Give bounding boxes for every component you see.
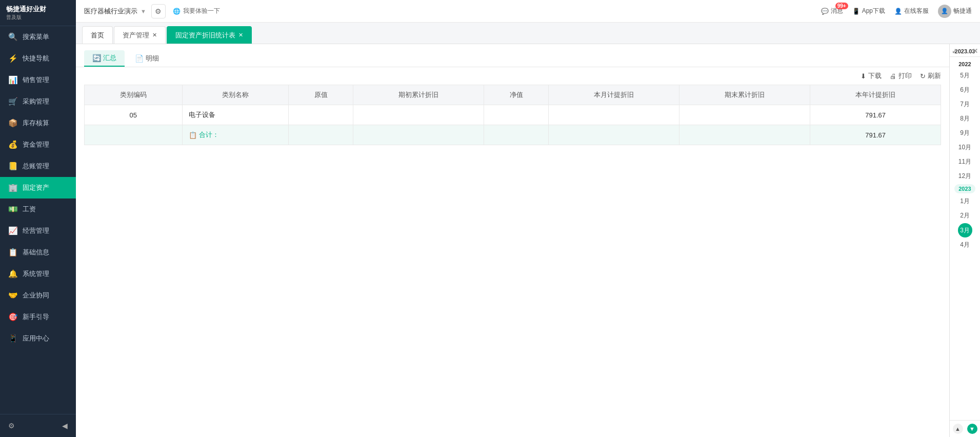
tabs-bar: 首页 资产管理 ✕ 固定资产折旧统计表 ✕ (76, 23, 980, 44)
sidebar-item-label: 资金管理 (23, 140, 49, 149)
row-annual-depreciation: 791.67 (810, 105, 941, 125)
app-download-button[interactable]: 📱 App下载 (852, 7, 885, 15)
sidebar-scroll: 🔍 搜索菜单 ⚡ 快捷导航 📊 销售管理 🛒 采购管理 📦 库存核算 💰 资金管… (0, 26, 76, 414)
sidebar-item-label: 工资 (23, 205, 36, 214)
month-2022-09[interactable]: 9月 (952, 126, 978, 140)
operations-icon: 📈 (8, 226, 17, 235)
tab-home[interactable]: 首页 (82, 26, 113, 44)
notifications-button[interactable]: 💬 消息 99+ (821, 7, 843, 15)
month-2022-12[interactable]: 12月 (952, 169, 978, 183)
tab-asset-mgmt-close[interactable]: ✕ (152, 32, 157, 38)
online-service-button[interactable]: 👤 在线客服 (894, 7, 929, 15)
col-original-value: 原值 (289, 85, 353, 105)
print-button[interactable]: 🖨 打印 (890, 71, 912, 81)
download-button[interactable]: ⬇ 下载 (861, 71, 882, 81)
sidebar-collapse-button[interactable]: ◀ (60, 420, 70, 432)
app-version: 普及版 (6, 14, 46, 21)
date-nav-up[interactable]: ▲ (953, 424, 963, 434)
sidebar-item-purchase[interactable]: 🛒 采购管理 (0, 91, 76, 112)
col-period-end-depreciation: 期末累计折旧 (679, 85, 810, 105)
tab-asset-mgmt[interactable]: 资产管理 ✕ (114, 26, 166, 44)
col-code: 类别编码 (85, 85, 183, 105)
month-2022-10[interactable]: 10月 (952, 141, 978, 154)
sidebar-item-quick-nav[interactable]: ⚡ 快捷导航 (0, 48, 76, 69)
tab-fixed-asset-report-label: 固定资产折旧统计表 (175, 31, 235, 40)
row-initial-depreciation (353, 105, 484, 125)
col-monthly-depreciation: 本月计提折旧 (549, 85, 679, 105)
sidebar-item-basic-info[interactable]: 📋 基础信息 (0, 242, 76, 263)
row-net-value (484, 105, 549, 125)
month-2023-03[interactable]: 3月 (958, 223, 972, 237)
app-center-icon: 📱 (8, 334, 17, 343)
sidebar-settings-button[interactable]: ⚙ (6, 420, 17, 432)
experience-button[interactable]: 🌐 我要体验一下 (173, 7, 220, 15)
sidebar-item-finance[interactable]: 💰 资金管理 (0, 134, 76, 155)
subtab-detail[interactable]: 📄 明细 (127, 51, 167, 66)
system-icon: 🔔 (8, 269, 17, 279)
subtabs: 🔄 汇总 📄 明细 (76, 44, 949, 67)
month-2023-02[interactable]: 2月 (952, 209, 978, 223)
month-2022-07[interactable]: 7月 (952, 97, 978, 111)
search-icon: 🔍 (8, 32, 17, 42)
payroll-icon: 💵 (8, 205, 17, 214)
close-panel-icon[interactable]: ✕ (972, 47, 978, 55)
sidebar-item-label: 固定资产 (23, 183, 49, 192)
refresh-button[interactable]: ↻ 刷新 (920, 71, 941, 81)
tab-fixed-asset-report[interactable]: 固定资产折旧统计表 ✕ (167, 26, 252, 44)
sidebar-item-ledger[interactable]: 📒 总账管理 (0, 155, 76, 177)
sidebar-item-label: 快捷导航 (23, 54, 49, 63)
table-row: 05 电子设备 791.67 (85, 105, 941, 125)
basic-info-icon: 📋 (8, 248, 17, 257)
subtab-summary[interactable]: 🔄 汇总 (84, 50, 125, 67)
download-icon: 📱 (852, 8, 860, 15)
refresh-label: 刷新 (928, 71, 941, 81)
print-label: 打印 (898, 71, 912, 81)
subtab-summary-label: 汇总 (103, 53, 116, 63)
expand-icon: 📋 (189, 131, 197, 139)
total-initial-depreciation (353, 125, 484, 145)
content-area: 🔄 汇总 📄 明细 ⬇ 下载 🖨 打印 ↻ (76, 44, 980, 437)
depreciation-table: 类别编码 类别名称 原值 期初累计折旧 净值 本月计提折旧 期末累计折旧 本年计… (84, 85, 941, 145)
sidebar-item-label: 新手引导 (23, 312, 49, 322)
quick-nav-icon: ⚡ (8, 54, 17, 63)
notifications-badge: 99+ (835, 3, 848, 9)
topbar: 医疗器械行业演示 ▼ ⚙ 🌐 我要体验一下 💬 消息 99+ 📱 App下载 👤… (76, 0, 980, 23)
expand-panel-icon[interactable]: ⤢ (952, 47, 957, 55)
sidebar-item-inventory[interactable]: 📦 库存核算 (0, 112, 76, 134)
sidebar-item-sales[interactable]: 📊 销售管理 (0, 69, 76, 91)
month-2023-04[interactable]: 4月 (952, 238, 978, 252)
enterprise-icon: 🤝 (8, 291, 17, 300)
total-annual-depreciation: 791.67 (810, 125, 941, 145)
sidebar-item-system[interactable]: 🔔 系统管理 (0, 263, 76, 285)
sidebar-item-guide[interactable]: 🎯 新手引导 (0, 306, 76, 328)
content-main: 🔄 汇总 📄 明细 ⬇ 下载 🖨 打印 ↻ (76, 44, 949, 437)
sidebar-item-operations[interactable]: 📈 经营管理 (0, 220, 76, 242)
sidebar-item-enterprise[interactable]: 🤝 企业协同 (0, 285, 76, 306)
user-menu[interactable]: 👤 畅捷通 (938, 5, 972, 18)
row-original-value (289, 105, 353, 125)
sidebar-item-label: 经营管理 (23, 226, 49, 235)
date-nav-down[interactable]: ▼ (967, 424, 977, 434)
ledger-icon: 📒 (8, 162, 17, 171)
username: 畅捷通 (953, 7, 972, 15)
app-name: 畅捷通好业财 (6, 5, 46, 14)
tab-fixed-asset-report-close[interactable]: ✕ (238, 32, 243, 38)
sidebar-item-label: 系统管理 (23, 269, 49, 279)
sidebar-item-app-center[interactable]: 📱 应用中心 (0, 328, 76, 349)
col-initial-depreciation: 期初累计折旧 (353, 85, 484, 105)
sidebar-item-fixed-assets[interactable]: 🏢 固定资产 (0, 177, 76, 198)
settings-button[interactable]: ⚙ (151, 4, 166, 18)
col-annual-depreciation: 本年计提折旧 (810, 85, 941, 105)
month-2023-01[interactable]: 1月 (952, 194, 978, 208)
company-selector[interactable]: 医疗器械行业演示 ▼ (84, 7, 146, 16)
sidebar-item-label: 应用中心 (23, 334, 49, 343)
month-2022-05[interactable]: 5月 (952, 69, 978, 83)
month-2022-08[interactable]: 8月 (952, 112, 978, 126)
sidebar-item-search[interactable]: 🔍 搜索菜单 (0, 26, 76, 48)
month-2022-06[interactable]: 6月 (952, 83, 978, 97)
month-2022-11[interactable]: 11月 (952, 155, 978, 169)
sidebar-item-payroll[interactable]: 💵 工资 (0, 198, 76, 220)
total-code (85, 125, 183, 145)
download-label: 下载 (868, 71, 882, 81)
col-net-value: 净值 (484, 85, 549, 105)
